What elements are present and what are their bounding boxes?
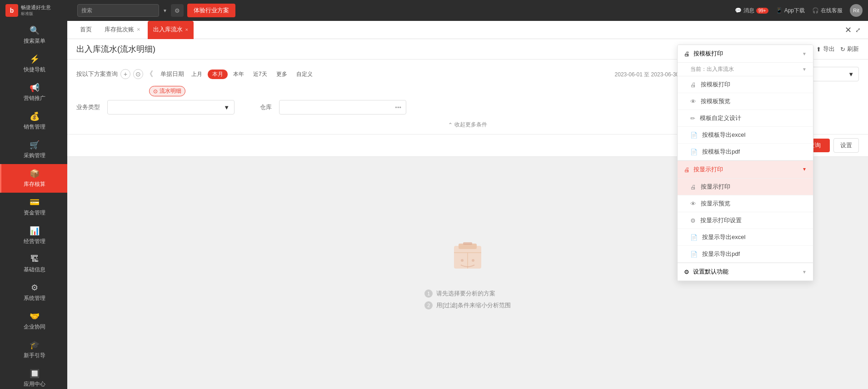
sidebar-item-apps[interactable]: 🔲 应用中心 (0, 364, 67, 389)
sidebar-label-operations: 经营管理 (24, 238, 45, 245)
display-print-section-icon: 🖨 (684, 166, 690, 173)
current-template-label: 当前：出入库流水 ▼ (678, 63, 813, 76)
sidebar-item-enterprise[interactable]: 🤝 企业协同 (0, 307, 67, 335)
date-tab-last-month[interactable]: 上月 (188, 70, 206, 79)
sidebar-item-guide[interactable]: 🎓 新手引导 (0, 335, 67, 364)
date-tab-7days[interactable]: 近7天 (249, 70, 271, 79)
display-pdf-item[interactable]: 📄 按显示导出pdf (678, 246, 813, 263)
app-badge: 标准版 (21, 11, 51, 17)
template-print-section-label: 按模板打印 (693, 50, 723, 58)
by-filter-label: 按以下方案查询 (76, 70, 118, 78)
display-print-arrow: ▲ (802, 167, 807, 172)
step-num-1: 1 (424, 289, 433, 298)
template-excel-item[interactable]: 📄 按模板导出excel (678, 127, 813, 144)
filter-settings-icon[interactable]: ⊙ (133, 69, 143, 79)
tab-flow[interactable]: 出入库流水 × (148, 21, 194, 39)
settings-outline-btn[interactable]: 设置 (833, 138, 859, 153)
biz-type-arrow: ▼ (224, 104, 229, 111)
date-tab-this-month[interactable]: 本月 (208, 70, 228, 79)
tab-batch[interactable]: 库存批次账 × (99, 21, 146, 39)
display-excel-label: 按显示导出excel (702, 233, 745, 241)
template-custom-item[interactable]: ✏ 模板自定义设计 (678, 110, 813, 127)
refresh-icon: ↻ (840, 46, 845, 53)
display-preview-label: 按显示预览 (701, 199, 730, 208)
svg-point-5 (461, 259, 464, 262)
sidebar-item-purchase[interactable]: 🛒 采购管理 (0, 135, 67, 164)
sidebar-item-base[interactable]: 🏗 基础信息 (0, 250, 67, 278)
sidebar-label-marketing: 营销推广 (24, 95, 45, 102)
refresh-btn[interactable]: ↻ 刷新 (840, 45, 859, 53)
date-tab-more[interactable]: 更多 (273, 70, 291, 79)
display-settings-item[interactable]: ⚙ 按显示打印设置 (678, 212, 813, 229)
headset-icon: 🎧 (812, 7, 819, 14)
display-excel-icon: 📄 (690, 234, 698, 241)
sidebar-item-system[interactable]: ⚙ 系统管理 (0, 278, 67, 307)
filter-collapse-icon[interactable]: 《 (146, 70, 153, 79)
sidebar-item-search[interactable]: 🔍 搜索菜单 (0, 21, 67, 50)
empty-step-1: 1 请先选择要分析的方案 (424, 289, 510, 298)
gear-button[interactable]: ⚙ (171, 4, 184, 17)
display-print-section-header[interactable]: 🖨 按显示打印 ▲ (678, 161, 813, 179)
template-print-item[interactable]: 🖨 按模板打印 (678, 76, 813, 93)
online-support-label: 在线客服 (821, 7, 843, 15)
receipt-type-arrow: ▼ (848, 71, 854, 78)
default-func-section-header[interactable]: ⚙ 设置默认功能 ▼ (678, 263, 813, 281)
sidebar-item-finance[interactable]: 💳 资金管理 (0, 193, 67, 221)
display-excel-item[interactable]: 📄 按显示导出excel (678, 229, 813, 246)
export-label: 导出 (823, 45, 835, 53)
search-icon: 🔍 (30, 25, 40, 35)
template-print-section-header[interactable]: 🖨 按模板打印 ▼ (678, 45, 813, 63)
filter-active-tag[interactable]: ⊙ 流水明细 (149, 86, 185, 96)
sidebar-item-sales[interactable]: 💰 销售管理 (0, 107, 67, 135)
user-avatar-btn[interactable]: Rit (850, 4, 863, 17)
online-support-btn[interactable]: 🎧 在线客服 (812, 7, 843, 15)
search-dropdown-arrow[interactable]: ▼ (163, 8, 167, 13)
sidebar-item-marketing[interactable]: 📢 营销推广 (0, 78, 67, 107)
filter-add-btn[interactable]: + (120, 69, 130, 79)
sidebar-label-purchase: 采购管理 (24, 152, 45, 160)
sidebar-label-shortcut: 快捷导航 (24, 66, 45, 74)
tab-home[interactable]: 首页 (75, 21, 97, 39)
inventory-icon: 📦 (30, 169, 40, 179)
sales-icon: 💰 (30, 111, 40, 121)
tab-flow-close[interactable]: × (185, 27, 188, 32)
industry-btn[interactable]: 体验行业方案 (187, 4, 235, 17)
app-name: 畅捷通好生意 (21, 4, 51, 10)
export-btn[interactable]: ⬆ 导出 (816, 45, 835, 53)
tab-bar: 首页 库存批次账 × 出入库流水 × ✕ ⤢ (67, 21, 868, 39)
template-print-item-icon: 🖨 (690, 81, 696, 88)
app-download-btn[interactable]: 📱 App下载 (776, 7, 805, 15)
close-page-btn[interactable]: ✕ (845, 25, 852, 35)
template-preview-label: 按模板预览 (701, 97, 730, 105)
display-pdf-label: 按显示导出pdf (702, 250, 740, 258)
sidebar-label-sales: 销售管理 (24, 123, 45, 131)
sidebar-item-operations[interactable]: 📊 经营管理 (0, 221, 67, 250)
template-pdf-item[interactable]: 📄 按模板导出pdf (678, 144, 813, 160)
message-label: 消息 (743, 7, 754, 15)
sidebar-item-shortcut[interactable]: ⚡ 快捷导航 (0, 50, 67, 78)
top-search-area: 搜索 ▼ ⚙ 体验行业方案 (77, 4, 730, 17)
empty-steps: 1 请先选择要分析的方案 2 用[过滤]条件来缩小分析范围 (424, 289, 510, 309)
display-print-item[interactable]: 🖨 按显示打印 (678, 179, 813, 195)
top-search-box[interactable]: 搜索 (77, 4, 159, 17)
search-placeholder-text: 搜索 (81, 7, 92, 15)
date-tab-custom[interactable]: 自定义 (293, 70, 316, 79)
message-btn[interactable]: 💬 消息 99+ (735, 7, 768, 15)
display-print-item-icon: 🖨 (690, 184, 696, 190)
guide-icon: 🎓 (30, 340, 40, 350)
tab-batch-close[interactable]: × (137, 26, 140, 33)
avatar: Rit (850, 4, 863, 17)
template-preview-item[interactable]: 👁 按模板预览 (678, 93, 813, 110)
collapse-more-btn[interactable]: ⌃ 收起更多条件 (448, 121, 487, 129)
template-pdf-icon: 📄 (690, 149, 698, 155)
biz-type-select[interactable]: ▼ (107, 100, 234, 115)
expand-btn[interactable]: ⤢ (855, 26, 861, 34)
date-filter: 单据日期 上月 本月 本年 近7天 更多 自定义 (160, 70, 604, 79)
sidebar-item-inventory[interactable]: 📦 库存核算 (0, 164, 67, 193)
warehouse-select[interactable]: ••• (279, 100, 406, 115)
date-tab-this-year[interactable]: 本年 (229, 70, 248, 79)
marketing-icon: 📢 (30, 83, 40, 93)
current-label-text: 当前：出入库流水 (690, 65, 734, 73)
display-preview-item[interactable]: 👁 按显示预览 (678, 195, 813, 212)
biz-type-label: 业务类型 (76, 103, 100, 111)
